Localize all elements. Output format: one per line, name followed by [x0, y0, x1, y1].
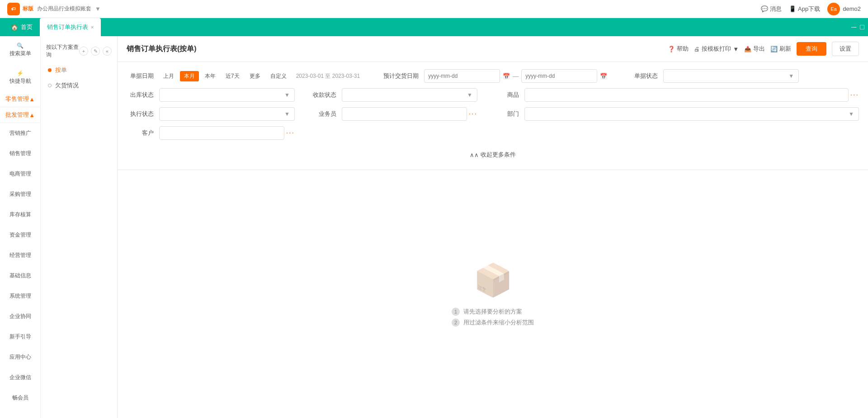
topbar-left: 🏷 标版 办公用品行业模拟账套 ▼ [7, 3, 101, 15]
sidebar-item-member[interactable]: 畅会员 [0, 388, 40, 408]
sidebar-item-basic-info[interactable]: 基础信息 [0, 266, 40, 286]
nav-window-actions: ─ □ [851, 23, 864, 31]
sidebar-item-wechat[interactable]: 企业微信 [0, 367, 40, 388]
sidebar-item-ecommerce[interactable]: 电商管理 [0, 164, 40, 184]
dept-select[interactable]: ▼ [524, 107, 859, 121]
search-icon: 🔍 [17, 43, 24, 49]
outbound-select[interactable]: ▼ [159, 88, 295, 102]
collapse-area: ∧∧ 收起更多条件 [127, 145, 859, 162]
app-download-btn[interactable]: 📱 App下载 [789, 5, 820, 13]
payment-select[interactable]: ▼ [342, 88, 477, 102]
period-last-month[interactable]: 上月 [159, 71, 178, 81]
sidebar-item-retail[interactable]: 零售管理 ▲ [0, 91, 40, 107]
customer-dots-btn[interactable]: ··· [286, 129, 295, 137]
collapse-btn[interactable]: ∧∧ 收起更多条件 [130, 151, 855, 159]
expected-date-end[interactable] [521, 69, 597, 83]
sidebar-item-search[interactable]: 🔍 搜索菜单 [0, 36, 40, 64]
message-btn[interactable]: 💬 消息 [761, 5, 782, 13]
status-label: 单据状态 [631, 72, 658, 80]
sidebar-item-newbie[interactable]: 新手引导 [0, 327, 40, 347]
exec-chevron-icon: ▼ [284, 111, 290, 117]
payment-label: 收款状态 [309, 91, 336, 99]
expected-date-label: 预计交货日期 [383, 72, 419, 80]
sidebar-item-marketing[interactable]: 营销推广 [0, 123, 40, 143]
edit-scheme-btn[interactable]: ✎ [91, 47, 100, 56]
expected-date-start[interactable] [424, 69, 500, 83]
breadcrumb-arrow[interactable]: ▼ [95, 5, 101, 12]
period-7days[interactable]: 近7天 [222, 71, 244, 81]
inactive-dot [48, 84, 52, 87]
filter-row-exec: 执行状态 ▼ 业务员 ··· 部门 ▼ [127, 107, 859, 121]
sidebar-item-app-center[interactable]: 应用中心 [0, 347, 40, 367]
left-panel-icons: + ✎ « [79, 47, 112, 56]
add-scheme-btn[interactable]: + [79, 47, 88, 56]
sidebar-item-purchase[interactable]: 采购管理 [0, 184, 40, 204]
maximize-icon[interactable]: □ [860, 23, 864, 31]
home-icon: 🏠 [11, 24, 18, 31]
calendar-icon-start[interactable]: 📅 [503, 73, 510, 80]
date-range-display: 2023-03-01 至 2023-03-31 [296, 72, 360, 80]
tab-sales-order[interactable]: 销售订单执行表 × [40, 18, 101, 36]
content-area: 销售订单执行表(按单) ❓ 帮助 🖨 按模板打印 ▼ 📤 导出 🔄 刷新 [118, 36, 868, 418]
goods-input[interactable] [524, 88, 849, 102]
filter-row-customer: 客户 ··· [127, 126, 859, 140]
scheme-item-shortage[interactable]: 欠货情况 [41, 78, 117, 93]
scheme-item-by-order[interactable]: 按单 [41, 62, 117, 78]
expected-date-range: 📅 — 📅 [424, 69, 607, 83]
customer-input[interactable] [159, 126, 284, 140]
sidebar-item-wholesale[interactable]: 批发管理 ▲ [0, 107, 40, 123]
exec-select[interactable]: ▼ [159, 107, 295, 121]
dept-label: 部门 [492, 110, 519, 118]
period-this-month[interactable]: 本月 [180, 71, 199, 81]
print-btn[interactable]: 🖨 按模板打印 ▼ [694, 45, 739, 53]
sidebar-item-quick-nav[interactable]: ⚡ 快捷导航 [0, 64, 40, 91]
calendar-icon-end[interactable]: 📅 [600, 73, 607, 80]
topbar: 🏷 标版 办公用品行业模拟账套 ▼ 💬 消息 📱 App下载 Ea demo2 [0, 0, 868, 18]
sidebar-item-inventory[interactable]: 库存核算 [0, 204, 40, 225]
print-icon: 🖨 [694, 46, 700, 52]
page-actions: ❓ 帮助 🖨 按模板打印 ▼ 📤 导出 🔄 刷新 查询 设置 [668, 42, 859, 56]
app-download-icon: 📱 [789, 5, 796, 12]
minimize-icon[interactable]: ─ [851, 23, 856, 31]
logo-text: 标版 [23, 5, 33, 13]
sidebar-item-finance[interactable]: 资金管理 [0, 225, 40, 245]
salesperson-dots-btn[interactable]: ··· [469, 110, 477, 118]
search-btn[interactable]: 查询 [797, 42, 826, 56]
period-custom[interactable]: 自定义 [266, 71, 291, 81]
export-btn[interactable]: 📤 导出 [744, 45, 765, 53]
date-separator: — [513, 73, 519, 80]
avatar: Ea [827, 3, 840, 15]
user-area[interactable]: Ea demo2 [827, 3, 861, 15]
empty-tips: 1 请先选择要分析的方案 2 用过滤条件来缩小分析范围 [452, 308, 534, 327]
tab-home[interactable]: 🏠 首页 [4, 18, 40, 36]
quick-nav-icon: ⚡ [17, 70, 24, 76]
empty-illustration: 📦 [473, 261, 513, 299]
sidebar-item-operations[interactable]: 经营管理 [0, 245, 40, 266]
period-more[interactable]: 更多 [245, 71, 264, 81]
sidebar-item-enterprise[interactable]: 企业协同 [0, 306, 40, 327]
refresh-btn[interactable]: 🔄 刷新 [770, 45, 791, 53]
salesperson-input[interactable] [342, 107, 467, 121]
settings-btn[interactable]: 设置 [832, 42, 859, 56]
period-this-year[interactable]: 本年 [201, 71, 220, 81]
outbound-label: 出库状态 [127, 91, 154, 99]
sidebar-item-sales[interactable]: 销售管理 [0, 143, 40, 164]
goods-dots-btn[interactable]: ··· [850, 91, 859, 99]
left-panel: 按以下方案查询 + ✎ « 按单 欠货情况 [41, 36, 118, 418]
collapse-panel-btn[interactable]: « [103, 47, 112, 56]
tab-close-icon[interactable]: × [91, 24, 94, 30]
customer-label: 客户 [127, 129, 154, 137]
status-select[interactable]: ▼ [663, 69, 799, 83]
logo[interactable]: 🏷 标版 [7, 3, 33, 15]
empty-state: 📦 1 请先选择要分析的方案 2 用过滤条件来缩小分析范围 [118, 170, 868, 418]
sidebar: 🔍 搜索菜单 ⚡ 快捷导航 零售管理 ▲ 批发管理 ▲ 营销推广 销售管理 电商… [0, 36, 41, 418]
filter-section: 单据日期 上月 本月 本年 近7天 更多 自定义 2023-03-01 至 20… [118, 62, 868, 170]
page-title: 销售订单执行表(按单) [127, 44, 197, 54]
wholesale-arrow: ▲ [29, 112, 35, 119]
customer-input-area: ··· [159, 126, 295, 140]
logo-icon: 🏷 [7, 3, 20, 15]
help-btn[interactable]: ❓ 帮助 [668, 45, 689, 53]
payment-chevron-icon: ▼ [467, 92, 472, 98]
left-panel-header: 按以下方案查询 + ✎ « [41, 40, 117, 62]
sidebar-item-system[interactable]: 系统管理 [0, 286, 40, 306]
